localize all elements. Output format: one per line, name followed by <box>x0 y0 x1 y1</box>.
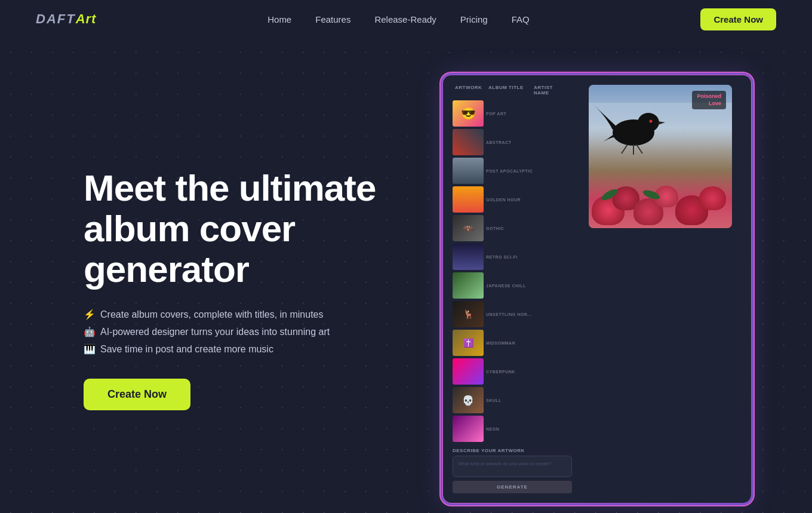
header-album: ALBUM TITLE <box>488 85 531 96</box>
hero-section: Meet the ultimate album cover generator … <box>0 38 812 513</box>
thumb-cyberpunk <box>453 358 484 385</box>
feature-icon-1: ⚡ <box>84 309 96 320</box>
hero-features: ⚡ Create album covers, complete with tit… <box>84 309 394 355</box>
crow-silhouette <box>595 94 672 159</box>
art-row-japanese-chill[interactable]: JAPANESE CHILL <box>453 272 572 299</box>
describe-input[interactable]: What kind of artwork do you want to crea… <box>453 456 572 477</box>
svg-line-4 <box>622 145 628 153</box>
describe-section: DESCRIBE YOUR ARTWORK What kind of artwo… <box>453 448 572 493</box>
generate-button[interactable]: GENERATE <box>453 481 572 493</box>
art-row-cyberpunk[interactable]: CYBERPUNK <box>453 358 572 385</box>
hero-title: Meet the ultimate album cover generator <box>84 168 394 290</box>
svg-marker-2 <box>658 121 665 125</box>
thumb-gothic: 🦇 <box>453 215 484 241</box>
art-row-gothic[interactable]: 🦇 GOTHIC <box>453 215 572 241</box>
navbar: DAFTArt Home Features Release-Ready Pric… <box>0 0 812 38</box>
nav-release-ready[interactable]: Release-Ready <box>374 14 436 24</box>
roses-area <box>589 168 732 228</box>
hero-feature-2: 🤖 AI-powered designer turns your ideas i… <box>84 326 394 337</box>
app-preview-card: ARTWORK ALBUM TITLE ARTIST NAME 😎 <box>442 74 752 504</box>
art-row-unsettling[interactable]: 🦌 UNSETTLING HOR... <box>453 301 572 327</box>
feature-icon-2: 🤖 <box>84 326 96 337</box>
genre-label-cyberpunk: CYBERPUNK <box>486 370 515 374</box>
album-title-line1: Poisoned <box>697 93 721 99</box>
genre-label-abstract: ABSTRACT <box>486 140 512 145</box>
nav-home[interactable]: Home <box>267 14 291 24</box>
feature-text-1: Create album covers, complete with title… <box>100 309 323 320</box>
art-row-abstract[interactable]: ABSTRACT <box>453 129 572 155</box>
thumb-retro-sci-fi <box>453 244 484 270</box>
svg-line-6 <box>636 145 642 153</box>
genre-label-retro-sci-fi: RETRO SCI-FI <box>486 255 518 259</box>
art-grid: 😎 POP ART ABSTRACT <box>453 100 572 442</box>
genre-label-midsommar: MIDSOMMAR <box>486 341 515 345</box>
thumb-midsommar: ✝️ <box>453 330 484 356</box>
art-row-midsommar[interactable]: ✝️ MIDSOMMAR <box>453 330 572 356</box>
art-row-skull[interactable]: 💀 SKULL <box>453 387 572 413</box>
genre-label-skull: SKULL <box>486 398 502 403</box>
album-title-overlay: Poisoned Love <box>692 91 726 109</box>
thumb-golden-hour <box>453 186 484 213</box>
thumb-pop-art: 😎 <box>453 100 484 127</box>
table-headers: ARTWORK ALBUM TITLE ARTIST NAME <box>453 85 572 96</box>
hero-feature-1: ⚡ Create album covers, complete with tit… <box>84 309 394 320</box>
feature-text-3: Save time in post and create more music <box>100 344 273 355</box>
art-row-pop-art[interactable]: 😎 POP ART <box>453 100 572 127</box>
art-row-golden-hour[interactable]: GOLDEN HOUR <box>453 186 572 213</box>
header-artist: ARTIST NAME <box>534 85 570 96</box>
nav-faq[interactable]: FAQ <box>512 14 530 24</box>
thumb-abstract <box>453 129 484 155</box>
svg-point-1 <box>638 113 659 132</box>
create-now-nav-button[interactable]: Create Now <box>700 8 776 30</box>
header-artwork: ARTWORK <box>455 85 486 96</box>
art-row-post-apocalyptic[interactable]: POST APOCALYPTIC <box>453 158 572 184</box>
album-art-preview: Poisoned Love <box>589 85 732 228</box>
create-now-hero-button[interactable]: Create Now <box>84 379 190 410</box>
art-row-neon[interactable]: NEON <box>453 416 572 442</box>
thumb-post-apocalyptic <box>453 158 484 184</box>
hero-left: Meet the ultimate album cover generator … <box>84 168 394 411</box>
genre-label-pop-art: POP ART <box>486 112 506 116</box>
nav-pricing[interactable]: Pricing <box>460 14 488 24</box>
thumb-japanese-chill <box>453 272 484 299</box>
describe-label: DESCRIBE YOUR ARTWORK <box>453 448 572 453</box>
art-row-retro-sci-fi[interactable]: RETRO SCI-FI <box>453 244 572 270</box>
genre-label-post-apocalyptic: POST APOCALYPTIC <box>486 169 533 173</box>
genre-label-golden-hour: GOLDEN HOUR <box>486 198 521 202</box>
thumb-skull: 💀 <box>453 387 484 413</box>
album-title-line2: Love <box>709 100 721 106</box>
app-left-panel: ARTWORK ALBUM TITLE ARTIST NAME 😎 <box>453 85 572 493</box>
logo-text: DAFTArt <box>36 11 96 27</box>
logo: DAFTArt <box>36 11 96 27</box>
feature-text-2: AI-powered designer turns your ideas int… <box>100 327 330 337</box>
genre-label-japanese-chill: JAPANESE CHILL <box>486 284 526 288</box>
feature-icon-3: 🎹 <box>84 343 96 355</box>
thumb-neon <box>453 416 484 442</box>
genre-label-gothic: GOTHIC <box>486 226 504 231</box>
app-right-panel: Poisoned Love <box>579 85 742 493</box>
svg-point-3 <box>650 120 653 123</box>
nav-links: Home Features Release-Ready Pricing FAQ <box>267 14 529 24</box>
app-preview: ARTWORK ALBUM TITLE ARTIST NAME 😎 <box>442 74 752 504</box>
hero-feature-3: 🎹 Save time in post and create more musi… <box>84 343 394 355</box>
nav-features[interactable]: Features <box>315 14 350 24</box>
thumb-unsettling: 🦌 <box>453 301 484 327</box>
genre-label-unsettling: UNSETTLING HOR... <box>486 312 532 317</box>
genre-label-neon: NEON <box>486 427 499 431</box>
